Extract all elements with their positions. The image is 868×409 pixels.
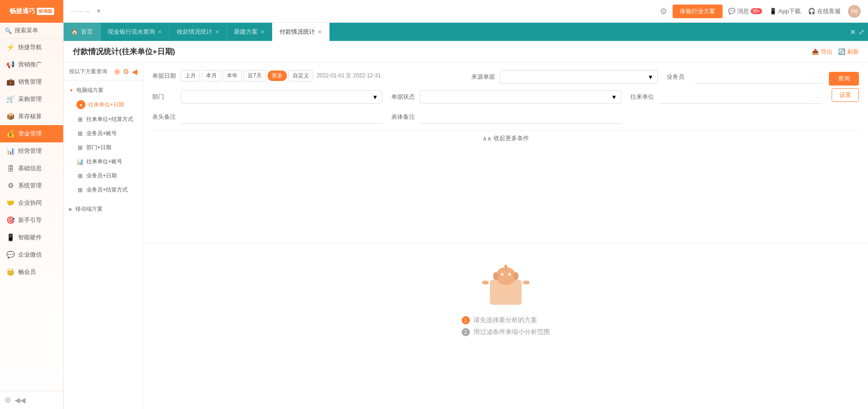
staff-input[interactable]: ··· xyxy=(695,70,822,84)
tab-receipt-close[interactable]: ✕ xyxy=(215,29,219,35)
operation-icon: 📊 xyxy=(6,147,15,155)
filter-settings-button[interactable]: 设置 xyxy=(832,88,859,102)
filter-row-1: 单据日期 上月 本月 本年 近7天 更多 自定义 2022-01-01 至 20… xyxy=(152,70,822,84)
tab-payment[interactable]: 付款情况统计 ✕ xyxy=(272,23,329,41)
header-note-input[interactable] xyxy=(181,110,382,124)
sidebar-item-label: 经营管理 xyxy=(18,147,42,155)
filter-group-date: 单据日期 上月 本月 本年 近7天 更多 自定义 2022-01-01 至 20… xyxy=(152,70,462,81)
chevron-right-icon: ▶ xyxy=(69,207,73,212)
tab-receipt[interactable]: 收款情况统计 ✕ xyxy=(170,23,227,41)
app-download-btn[interactable]: 📱 App下载 xyxy=(769,7,801,15)
sidebar-item-basic[interactable]: 🗄 基础信息 xyxy=(0,160,63,177)
settings-footer-btn[interactable]: ⚙ xyxy=(5,396,11,404)
collapse-filter-btn[interactable]: ∧∧ 收起更多条件 xyxy=(152,130,859,146)
date-btn-custom[interactable]: 自定义 xyxy=(289,70,313,81)
scheme-item-label: 业务员+日期 xyxy=(86,172,117,180)
filter-actions: 查询 设置 xyxy=(829,70,859,130)
docstatus-label: 单据状态 xyxy=(391,93,416,101)
unit-input[interactable]: ··· xyxy=(659,90,822,104)
tab-bank-close[interactable]: ✕ xyxy=(158,29,162,35)
sidebar-item-label: 智能硬件 xyxy=(18,233,42,242)
table-icon: ⊞ xyxy=(76,144,84,151)
scheme-item-unit-date[interactable]: ● 往来单位+日期 xyxy=(64,97,143,112)
svg-point-2 xyxy=(493,272,499,280)
scheme-item-label: 往来单位+账号 xyxy=(86,158,122,166)
app-logo: 畅捷通巧 标准版 xyxy=(0,0,63,23)
user-avatar[interactable]: Rit xyxy=(848,5,861,18)
docstatus-select[interactable]: ▼ xyxy=(420,90,621,104)
scheme-item-unit-settle[interactable]: ⊞ 往来单位+结算方式 xyxy=(64,112,143,126)
sidebar-item-corp[interactable]: 🤝 企业协同 xyxy=(0,194,63,212)
results-area: 1 请先选择要分析的方案 2 用过滤条件来缩小分析范围 xyxy=(143,243,868,409)
hardware-icon: 📱 xyxy=(6,233,15,242)
pc-section-header[interactable]: ▼ 电脑端方案 xyxy=(64,84,143,97)
tab-home[interactable]: 🏠 首页 xyxy=(64,23,100,41)
scheme-collapse-btn[interactable]: ◀ xyxy=(132,67,137,76)
dept-select[interactable]: ▼ xyxy=(181,90,382,104)
docstatus-dropdown-icon: ▼ xyxy=(611,94,617,101)
export-btn[interactable]: 📤 导出 xyxy=(812,48,833,56)
tab-bank[interactable]: 现金银行流水查询 ✕ xyxy=(100,23,170,41)
topbar-settings-icon[interactable]: ⚙ xyxy=(660,6,667,16)
scheme-item-unit-account[interactable]: 📊 往来单位+账号 xyxy=(64,155,143,169)
source-select[interactable]: ▼ xyxy=(500,70,657,84)
trial-button[interactable]: 体验行业方案 xyxy=(673,5,723,18)
sidebar-item-label: 营销推广 xyxy=(18,61,42,69)
sidebar-item-hardware[interactable]: 📱 智能硬件 xyxy=(0,229,63,246)
sidebar-item-guide[interactable]: 🎯 新手引导 xyxy=(0,212,63,229)
body-note-input[interactable] xyxy=(420,110,621,124)
tabbar-expand-btn[interactable]: ⤢ xyxy=(858,28,864,36)
filter-area: 单据日期 上月 本月 本年 近7天 更多 自定义 2022-01-01 至 20… xyxy=(143,63,868,243)
date-label: 单据日期 xyxy=(152,72,177,80)
sidebar-item-label: 快捷导航 xyxy=(18,43,42,51)
breadcrumb-dropdown[interactable]: ▼ xyxy=(96,8,102,15)
body-note-label: 表体备注 xyxy=(391,113,416,121)
svg-rect-9 xyxy=(523,281,529,284)
sidebar-search[interactable]: 🔍 搜索菜单 xyxy=(0,23,63,39)
scheme-item-dept-date[interactable]: ⊞ 部门+日期 xyxy=(64,141,143,155)
scheme-item-label: 往来单位+结算方式 xyxy=(86,116,133,123)
sidebar-item-operation[interactable]: 📊 经营管理 xyxy=(0,142,63,160)
date-btn-this-month[interactable]: 本月 xyxy=(202,70,221,81)
tab-new-scheme-close[interactable]: ✕ xyxy=(260,29,264,35)
filter-main-row: 单据日期 上月 本月 本年 近7天 更多 自定义 2022-01-01 至 20… xyxy=(152,70,859,130)
sidebar-item-shortcut[interactable]: ⚡ 快捷导航 xyxy=(0,39,63,56)
table-icon: ⊞ xyxy=(76,172,84,180)
sidebar-item-finance[interactable]: 💰 资金管理 xyxy=(0,125,63,142)
add-scheme-btn[interactable]: ⊕ xyxy=(114,67,120,76)
sidebar-item-system[interactable]: ⚙ 系统管理 xyxy=(0,177,63,194)
sidebar-nav: ⚡ 快捷导航 📢 营销推广 💼 销售管理 🛒 采购管理 📦 库存核算 💰 资金管… xyxy=(0,39,63,391)
refresh-label: 刷新 xyxy=(847,48,859,56)
date-btn-this-year[interactable]: 本年 xyxy=(223,70,242,81)
scheme-item-staff-settle[interactable]: ⊞ 业务员+结算方式 xyxy=(64,183,143,197)
scheme-item-staff-date[interactable]: ⊞ 业务员+日期 xyxy=(64,169,143,183)
sidebar-item-member[interactable]: 👑 畅会员 xyxy=(0,263,63,281)
query-button[interactable]: 查询 xyxy=(829,72,859,86)
date-btn-more[interactable]: 更多 xyxy=(268,71,287,81)
sidebar-item-marketing[interactable]: 📢 营销推广 xyxy=(0,56,63,73)
scheme-settings-btn[interactable]: ⚙ xyxy=(123,67,129,76)
collapse-sidebar-btn[interactable]: ◀◀ xyxy=(15,396,25,404)
refresh-btn[interactable]: 🔄 刷新 xyxy=(838,48,859,56)
scheme-section-mobile: ▶ 移动端方案 xyxy=(64,200,143,218)
filter-group-source: 来源单据 ▼ xyxy=(471,70,657,84)
tabbar-close-all-btn[interactable]: ✕ xyxy=(850,28,856,36)
sidebar-item-purchase[interactable]: 🛒 采购管理 xyxy=(0,91,63,108)
mobile-section-header[interactable]: ▶ 移动端方案 xyxy=(64,202,143,216)
scheme-item-staff-account[interactable]: ⊞ 业务员+账号 xyxy=(64,126,143,141)
step1-num: 1 xyxy=(462,316,470,324)
svg-point-7 xyxy=(504,265,507,268)
sidebar-item-wechat[interactable]: 💬 企业微信 xyxy=(0,246,63,263)
tab-payment-close[interactable]: ✕ xyxy=(318,29,322,35)
tab-new-scheme[interactable]: 新建方案 ✕ xyxy=(227,23,272,41)
sidebar-item-inventory[interactable]: 📦 库存核算 xyxy=(0,108,63,125)
date-btn-last-month[interactable]: 上月 xyxy=(181,70,200,81)
messages-btn[interactable]: 💬 消息 99+ xyxy=(728,7,762,15)
online-service-btn[interactable]: 🎧 在线客服 xyxy=(808,7,841,15)
date-btn-last-7[interactable]: 近7天 xyxy=(244,70,266,81)
chart-icon: 📊 xyxy=(76,158,84,166)
empty-svg xyxy=(479,262,533,307)
filter-group-staff: 业务员 ··· xyxy=(667,70,822,84)
sidebar-item-sales[interactable]: 💼 销售管理 xyxy=(0,73,63,91)
table-icon: ⊞ xyxy=(76,116,84,123)
